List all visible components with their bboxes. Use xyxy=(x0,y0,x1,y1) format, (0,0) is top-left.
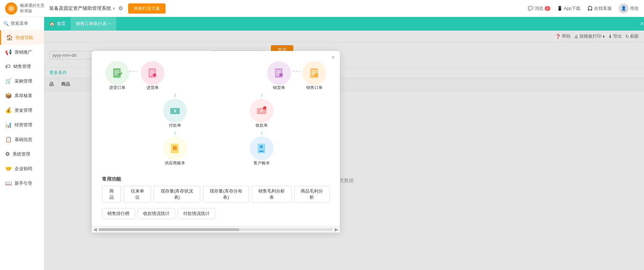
purchase-bill-node: 进货单 xyxy=(141,61,164,91)
sales-order-exec-tab-label: 销售订单执行表 xyxy=(76,21,107,27)
sidebar-item-new-guide[interactable]: 📖 新手引导 xyxy=(0,176,44,191)
sales-icon: 🏷 xyxy=(5,64,11,70)
receipt-bill-node: ¥ + 收款单 xyxy=(250,99,274,128)
message-badge: 6 xyxy=(545,6,550,11)
sidebar: 🔍 搜索菜单 🏠 快捷导航 📢 营销推广 🏷 销售管理 🛒 采购管理 📦 xyxy=(0,17,44,270)
func-btn-现存量(库存状况表)[interactable]: 现存量(库存状况表) xyxy=(154,186,200,203)
modal-close-btn[interactable]: × xyxy=(332,54,335,60)
payment-bill-node: ¥ 付款单 xyxy=(163,99,187,128)
sidebar-item-operations[interactable]: 📊 经营管理 xyxy=(0,118,44,132)
purchase-order-icon xyxy=(105,61,129,85)
common-functions-title: 常用功能 xyxy=(102,176,330,182)
purchase-order-node: 进货订单 xyxy=(105,61,129,91)
svg-point-10 xyxy=(153,73,156,77)
sidebar-item-quick-nav[interactable]: 🏠 快捷导航 xyxy=(0,30,44,45)
sidebar-search[interactable]: 🔍 搜索菜单 xyxy=(0,17,44,30)
sales-order-label: 销售订单 xyxy=(306,85,323,91)
svg-text:账: 账 xyxy=(173,145,178,151)
new-guide-icon: 📖 xyxy=(5,180,12,186)
func-btn-销售排行榜[interactable]: 销售排行榜 xyxy=(102,208,135,219)
gear-icon[interactable]: ⚙ xyxy=(118,5,123,12)
basic-info-icon: 📋 xyxy=(5,136,12,143)
headset-icon: 🎧 xyxy=(587,6,593,11)
scroll-bar-area: ◀ ▶ xyxy=(92,226,340,233)
func-btn-商品[interactable]: 商品 xyxy=(102,186,121,203)
logo-text: 畅康通好生意 标准版 xyxy=(20,3,45,14)
svg-text:U: U xyxy=(10,6,13,11)
dropdown-arrow-icon: ▾ xyxy=(113,6,115,11)
experience-btn[interactable]: 体验行业方案 xyxy=(128,3,166,14)
sidebar-item-system[interactable]: ⚙ 系统管理 xyxy=(0,147,44,161)
func-btn-付款情况统计[interactable]: 付款情况统计 xyxy=(178,208,215,219)
scroll-bar[interactable] xyxy=(99,228,333,231)
flow-diagram: 进货订单 → xyxy=(92,51,340,173)
func-btn-现存量(库存分布表)[interactable]: 现存量(库存分布表) xyxy=(203,186,249,203)
system-title: 装备及固定资产辅助管理系统 xyxy=(49,5,111,12)
func-btn-销售毛利分析表[interactable]: 销售毛利分析表 xyxy=(252,186,291,203)
func-buttons-container: 商品往来单位现存量(库存状况表)现存量(库存分布表)销售毛利分析表商品毛利分析销… xyxy=(102,186,330,219)
sales-order-icon xyxy=(302,61,326,85)
close-all-tabs-btn[interactable]: ✕ xyxy=(640,21,644,26)
payment-bill-icon: ¥ xyxy=(163,99,187,123)
tab-bar: 🏠 首页 销售订单执行表 × ✕ xyxy=(44,17,644,31)
purchase-bill-label: 进货单 xyxy=(146,85,159,91)
search-icon: 🔍 xyxy=(3,21,9,26)
modal-overlay: × xyxy=(44,31,644,270)
phone-icon: 📱 xyxy=(557,6,562,11)
avatar: 👤 xyxy=(619,3,629,14)
app-container: U 畅康通好生意 标准版 装备及固定资产辅助管理系统 ▾ ⚙ 体验行业方案 💬 … xyxy=(0,0,644,270)
content-area: 🏠 首页 销售订单执行表 × ✕ xyxy=(44,17,644,270)
user-menu[interactable]: 👤 用友 xyxy=(619,3,639,14)
app-logo-icon: U xyxy=(5,2,17,15)
system-title-dropdown[interactable]: 装备及固定资产辅助管理系统 ▾ xyxy=(49,5,115,12)
svg-point-30 xyxy=(260,145,263,148)
sidebar-item-finance[interactable]: 💰 资金管理 xyxy=(0,103,44,118)
system-icon: ⚙ xyxy=(5,151,10,157)
func-btn-往来单位[interactable]: 往来单位 xyxy=(124,186,151,203)
marketing-icon: 📢 xyxy=(5,49,12,55)
tab-close-icon[interactable]: × xyxy=(109,21,111,26)
receipt-bill-icon: ¥ + xyxy=(250,99,274,123)
sales-bill-label: 销货单 xyxy=(273,85,285,91)
func-btn-收款情况统计[interactable]: 收款情况统计 xyxy=(138,208,175,219)
svg-rect-15 xyxy=(280,73,283,76)
customer-account-node: 客户账本 xyxy=(250,137,274,166)
top-right-actions: 💬 消息 6 📱 App下载 🎧 在线客服 👤 用友 xyxy=(528,3,639,14)
finance-icon: 💰 xyxy=(5,107,12,113)
scroll-handle xyxy=(99,228,239,231)
sidebar-item-basic-info[interactable]: 📋 基础信息 xyxy=(0,132,44,147)
svg-text:¥: ¥ xyxy=(174,109,176,113)
message-icon: 💬 xyxy=(528,6,533,11)
online-service-btn[interactable]: 🎧 在线客服 xyxy=(587,5,612,12)
sidebar-item-inventory[interactable]: 📦 库存核算 xyxy=(0,88,44,103)
svg-text:+: + xyxy=(264,107,266,110)
func-btn-商品毛利分析[interactable]: 商品毛利分析 xyxy=(294,186,330,203)
customer-account-icon xyxy=(250,137,274,160)
sales-bill-node: 销货单 xyxy=(267,61,291,91)
home-icon: 🏠 xyxy=(6,34,13,41)
sidebar-item-sales[interactable]: 🏷 销售管理 xyxy=(0,59,44,74)
common-functions-area: 常用功能 商品往来单位现存量(库存状况表)现存量(库存分布表)销售毛利分析表商品… xyxy=(92,173,340,226)
customer-account-label: 客户账本 xyxy=(254,160,270,166)
page-content: ❓ 帮助 🖨 按模板打印 ▾ ⬇ 导出 xyxy=(44,31,644,270)
sidebar-item-enterprise[interactable]: 🤝 企业协同 xyxy=(0,161,44,176)
message-btn[interactable]: 💬 消息 6 xyxy=(528,5,550,12)
sidebar-item-purchase[interactable]: 🛒 采购管理 xyxy=(0,74,44,88)
receipt-bill-label: 收款单 xyxy=(256,123,268,128)
scroll-right-btn[interactable]: ▶ xyxy=(335,227,338,232)
supplier-account-icon: 账 xyxy=(163,137,187,160)
sales-order-node: 销售订单 xyxy=(302,61,326,91)
scroll-left-btn[interactable]: ◀ xyxy=(93,227,97,232)
sales-bill-icon xyxy=(267,61,291,85)
enterprise-icon: 🤝 xyxy=(5,165,12,172)
purchase-bill-icon xyxy=(141,61,164,85)
payment-bill-label: 付款单 xyxy=(169,123,181,128)
supplier-account-label: 供应商账本 xyxy=(165,160,185,166)
tab-home[interactable]: 🏠 首页 xyxy=(44,17,71,31)
tab-sales-order-exec[interactable]: 销售订单执行表 × xyxy=(71,17,116,31)
sidebar-item-marketing[interactable]: 📢 营销推广 xyxy=(0,45,44,59)
purchase-icon: 🛒 xyxy=(5,78,12,84)
app-download-btn[interactable]: 📱 App下载 xyxy=(557,5,580,12)
inventory-icon: 📦 xyxy=(5,92,12,99)
logo-area: U 畅康通好生意 标准版 xyxy=(5,2,49,15)
